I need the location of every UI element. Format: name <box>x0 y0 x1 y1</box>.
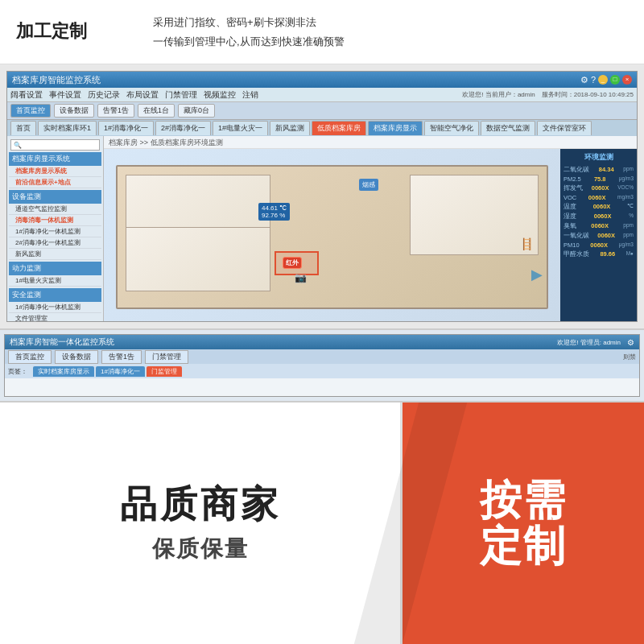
navigate-icon[interactable]: ▶ <box>531 266 543 283</box>
env-unit-temp: ℃ <box>627 203 634 211</box>
sidebar-item-purify2[interactable]: 2#消毒净化一体机监测 <box>9 237 101 249</box>
sidebar-group-security: 安全监测 1#消毒净化一体机监测 文件管理室 <box>9 288 101 321</box>
sw2-tab-disinfect[interactable]: 1#消毒净化一 <box>96 366 145 377</box>
menu-item-history[interactable]: 历史记录 <box>88 89 120 101</box>
top-banner-left: 加工定制 <box>8 21 137 42</box>
env-row-co: 一氧化碳 0060X ppm <box>564 232 634 240</box>
menu-item-login[interactable]: 注销 <box>242 89 258 101</box>
sidebar-item-disinfect-monitor[interactable]: 消毒消毒一体机监测 <box>9 215 101 226</box>
sw2-toolbar: 页签： 实时档案库房显示 1#消毒净化一 门监管理 <box>5 364 639 378</box>
env-unit-pm10: μg/m3 <box>619 242 634 249</box>
sidebar-item-display[interactable]: 档案库房显示系统 <box>9 166 101 177</box>
nav-tab-realtime[interactable]: 实时档案库环1 <box>38 121 97 135</box>
sensor-smoke: 烟感 <box>359 179 378 191</box>
env-value-temp: 0060X <box>593 203 611 211</box>
sidebar-item-file-room[interactable]: 文件管理室 <box>9 313 101 321</box>
sensor-temp-humidity: 44.61 ℃ 92.76 % <box>258 203 290 221</box>
floor-plan: 🪜 44.61 ℃ 92.76 % 烟感 <box>108 153 556 317</box>
question-icon[interactable]: ? <box>591 75 596 85</box>
env-unit-pm25: μg/m3 <box>619 175 634 183</box>
env-row-co2: 二氧化碳 84.34 ppm <box>564 166 634 174</box>
toolbar-btn-homepage[interactable]: 首页监控 <box>10 104 51 118</box>
sidebar-item-power[interactable]: 1#电量火灾监测 <box>9 275 101 287</box>
sw-search-box[interactable]: 🔍 <box>10 139 100 151</box>
env-label-ozone: 臭氧 <box>564 222 576 230</box>
sidebar-item-purify1[interactable]: 1#消毒净化一体机监测 <box>9 226 101 237</box>
toolbar-btn-alert[interactable]: 告警1告 <box>97 104 134 118</box>
maximize-btn[interactable]: □ <box>610 75 620 85</box>
env-row-humidity: 湿度 0060X % <box>564 213 634 221</box>
env-value-voc-label: 0060X <box>592 184 609 192</box>
bottom-main-text: 品质商家 <box>120 482 281 526</box>
toolbar-btn-storage[interactable]: 藏库0台 <box>178 104 215 118</box>
sw-titlebar-title: 档案库房智能监控系统 <box>12 74 580 86</box>
env-unit-voc: mg/m3 <box>617 194 634 201</box>
menu-item-event[interactable]: 事件设置 <box>49 89 81 101</box>
env-row-voc: VOC 0060X mg/m3 <box>564 194 634 201</box>
env-unit-humidity: % <box>629 213 634 221</box>
nav-tab-lowquality[interactable]: 低质档案库房 <box>312 121 366 135</box>
env-label-voc-label: 挥发气 <box>564 184 583 192</box>
close-btn[interactable]: × <box>622 75 632 85</box>
env-panel-title: 环境监测 <box>564 152 634 163</box>
sidebar-item-air-monitor[interactable]: 通道空气监控监测 <box>9 204 101 215</box>
setting-icon[interactable]: ⚙ <box>580 75 588 85</box>
bottom-banner-left: 品质商家 保质保量 <box>0 402 402 644</box>
toolbar-btn-online[interactable]: 在线1台 <box>138 104 175 118</box>
nav-tab-disinfect2[interactable]: 2#消毒净化一 <box>155 121 211 135</box>
nav-tab-disinfect1[interactable]: 1#消毒净化一 <box>98 121 154 135</box>
sidebar-group-header-security[interactable]: 安全监测 <box>9 288 101 302</box>
sw2-nav-btn-device[interactable]: 设备数据 <box>55 350 98 364</box>
sw2-titlebar: 档案库房智能一体化监控系统 欢迎您! 管理员: admin ⚙ <box>5 335 639 349</box>
env-row-ozone: 臭氧 0060X ppm <box>564 222 634 230</box>
menu-item-monitor[interactable]: 视频监控 <box>204 89 236 101</box>
nav-tab-power[interactable]: 1#电量火灾一 <box>213 121 268 135</box>
env-unit-co: ppm <box>623 232 634 240</box>
camera-icon[interactable]: 📷 <box>295 272 307 283</box>
bottom-banner-right: 按需定制 <box>402 402 644 644</box>
menu-item-door[interactable]: 门禁管理 <box>165 89 197 101</box>
menu-item-device[interactable]: 布局设置 <box>126 89 159 101</box>
env-label-humidity: 湿度 <box>564 213 576 221</box>
sw2-tab-realtime[interactable]: 实时档案库房显示 <box>33 366 94 377</box>
toolbar-btn-device[interactable]: 设备数据 <box>54 104 94 118</box>
nav-tab-air[interactable]: 智能空气净化 <box>424 121 479 135</box>
sidebar-item-display2[interactable]: 前沿信息展示+地点 <box>9 177 101 188</box>
sw2-nav-btn-home[interactable]: 首页监控 <box>8 350 52 364</box>
sw2-tab-door[interactable]: 门监管理 <box>147 366 182 377</box>
env-value-formaldehyde: 89.66 <box>600 250 615 258</box>
sw-breadcrumb: 档案库房 >> 低质档案库房环境监测 <box>104 136 637 149</box>
env-value-humidity: 0060X <box>594 213 612 221</box>
sidebar-group-header-power[interactable]: 动力监测 <box>9 262 101 275</box>
nav-tab-home[interactable]: 首页 <box>10 121 36 135</box>
top-banner-right: 采用进门指纹、密码+刷卡探测非法 一传输到管理中心,从而达到快速准确预警 <box>137 13 636 51</box>
sidebar-item-ventilation[interactable]: 新风监测 <box>9 249 101 260</box>
sidebar-group-header-device[interactable]: 设备监测 <box>9 190 101 204</box>
sidebar-group-power: 动力监测 1#电量火灾监测 <box>9 262 101 287</box>
menu-item-config[interactable]: 阔看设置 <box>10 89 43 101</box>
env-row-voc-label: 挥发气 0060X VOC% <box>564 184 634 192</box>
sidebar-item-security-purify[interactable]: 1#消毒净化一体机监测 <box>9 302 101 313</box>
env-value-voc: 0060X <box>588 194 606 201</box>
env-unit-ozone: ppm <box>623 222 634 230</box>
bottom-right-main-text: 按需定制 <box>480 477 567 569</box>
nav-tab-ventilation[interactable]: 新风监测 <box>270 121 310 135</box>
nav-tab-data[interactable]: 数据空气监测 <box>481 121 535 135</box>
sw2-nav-btn-door[interactable]: 门禁管理 <box>145 350 188 364</box>
datetime: 欢迎您! 当前用户：admin 服务时间：2018-09-10 10:49:25 <box>462 90 634 99</box>
env-value-ozone: 0060X <box>591 222 609 230</box>
nav-tab-display[interactable]: 档案库房显示 <box>368 121 423 135</box>
sidebar-group-header-display[interactable]: 档案库房显示系统 <box>9 152 101 166</box>
env-label-co2: 二氧化碳 <box>564 166 589 174</box>
gear-icon[interactable]: ⚙ <box>627 338 634 347</box>
fp-room3 <box>126 227 270 291</box>
nav-tab-file[interactable]: 文件保管室环 <box>537 121 592 135</box>
sidebar-group-display: 档案库房显示系统 档案库房显示系统 前沿信息展示+地点 <box>9 152 101 188</box>
env-label-pm25: PM2.5 <box>564 175 581 183</box>
sw2-toolbar-tabs-label: 页签： <box>8 367 27 376</box>
minimize-btn[interactable]: _ <box>598 75 608 85</box>
sw-nav-tabs: 首页 实时档案库环1 1#消毒净化一 2#消毒净化一 1#电量火灾一 新风监测 … <box>7 120 637 136</box>
sw-titlebar: 档案库房智能监控系统 ⚙ ? _ □ × <box>7 72 637 88</box>
env-unit-co2: ppm <box>623 166 634 174</box>
sw2-nav-btn-alert[interactable]: 告警1告 <box>101 350 142 364</box>
